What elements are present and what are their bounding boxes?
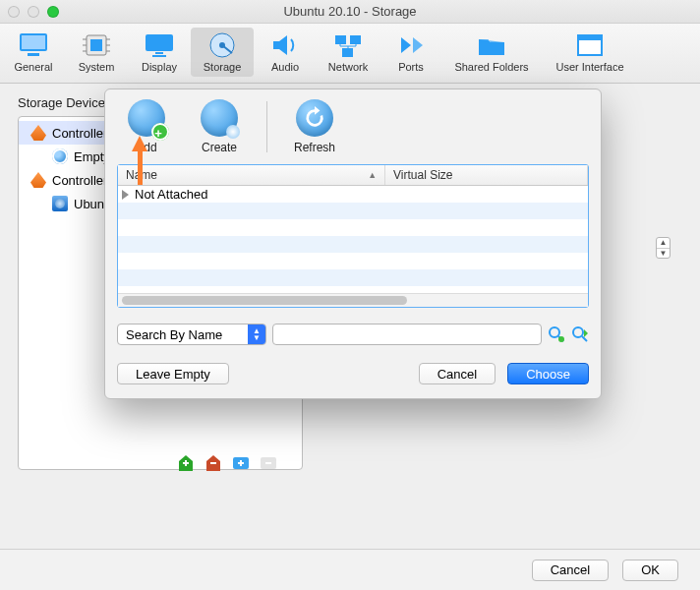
search-next-icon[interactable] — [571, 325, 589, 343]
svg-rect-17 — [350, 35, 361, 44]
stepper-up-icon[interactable]: ▲ — [657, 238, 670, 249]
column-label: Name — [126, 168, 157, 182]
tab-label: Network — [328, 61, 368, 73]
monitor-icon — [18, 31, 49, 59]
toolbar-separator — [266, 101, 267, 152]
network-icon — [332, 31, 364, 59]
create-disk-icon — [201, 99, 238, 137]
tab-user-interface[interactable]: User Interface — [541, 28, 639, 77]
display-icon — [144, 31, 175, 59]
dialog-cancel-button[interactable]: Cancel — [419, 363, 496, 384]
choose-button[interactable]: Choose — [507, 363, 589, 384]
controller-icon — [30, 125, 46, 141]
tab-display[interactable]: Display — [128, 28, 191, 77]
svg-rect-1 — [22, 35, 45, 49]
cancel-button[interactable]: Cancel — [532, 560, 609, 581]
list-body[interactable]: Not Attached — [118, 186, 588, 293]
add-disk-button[interactable]: Add — [117, 99, 176, 154]
search-input[interactable] — [272, 324, 542, 345]
tab-label: User Interface — [555, 61, 623, 73]
search-icon[interactable] — [548, 325, 565, 343]
group-label: Not Attached — [135, 187, 207, 202]
svg-rect-2 — [28, 53, 39, 56]
tab-ports[interactable]: Ports — [379, 28, 442, 77]
tab-label: Ports — [398, 61, 424, 73]
search-row: Search By Name ▲▼ — [117, 324, 589, 345]
refresh-button[interactable]: Refresh — [285, 99, 344, 154]
svg-rect-4 — [90, 39, 102, 51]
list-header: Name ▲ Virtual Size — [118, 165, 588, 186]
titlebar: Ubuntu 20.10 - Storage — [0, 0, 700, 24]
svg-rect-20 — [578, 35, 602, 40]
window-footer: Cancel OK — [0, 549, 700, 590]
svg-point-23 — [550, 327, 559, 337]
remove-attachment-icon[interactable] — [260, 454, 277, 472]
svg-line-27 — [582, 336, 587, 341]
column-header-name[interactable]: Name ▲ — [118, 165, 385, 185]
tab-general[interactable]: General — [2, 28, 65, 77]
ports-icon — [395, 31, 427, 59]
tab-label: Storage — [204, 61, 242, 73]
speaker-icon — [269, 31, 301, 59]
column-header-virtual-size[interactable]: Virtual Size — [385, 165, 588, 185]
window-title: Ubuntu 20.10 - Storage — [0, 4, 700, 19]
select-chevron-icon: ▲▼ — [248, 324, 265, 344]
optical-disc-icon — [52, 148, 68, 164]
disk-selector-dialog: Add Create Refresh Name ▲ Virtual Size — [104, 88, 602, 399]
svg-rect-12 — [155, 52, 163, 54]
tab-label: Audio — [271, 61, 299, 73]
svg-point-25 — [558, 336, 564, 342]
sort-ascending-icon: ▲ — [368, 170, 377, 180]
tab-label: Display — [142, 61, 177, 73]
harddisk-icon — [206, 31, 238, 59]
add-controller-icon[interactable] — [177, 454, 195, 472]
svg-rect-18 — [342, 48, 353, 57]
stepper-down-icon[interactable]: ▼ — [657, 249, 670, 259]
select-value: Search By Name — [126, 327, 222, 342]
tab-system[interactable]: System — [65, 28, 128, 77]
action-label: Add — [117, 141, 176, 154]
action-label: Create — [190, 141, 249, 154]
tab-storage[interactable]: Storage — [191, 28, 254, 77]
tab-shared-folders[interactable]: Shared Folders — [442, 28, 541, 77]
svg-rect-16 — [335, 35, 346, 44]
refresh-icon — [296, 99, 333, 137]
disclosure-triangle-icon[interactable] — [122, 190, 129, 200]
disk-list[interactable]: Name ▲ Virtual Size Not Attached — [117, 164, 589, 308]
add-attachment-icon[interactable] — [232, 454, 250, 472]
tab-label: Shared Folders — [454, 61, 528, 73]
scrollbar-thumb[interactable] — [122, 296, 407, 305]
leave-empty-button[interactable]: Leave Empty — [117, 363, 229, 384]
action-label: Refresh — [285, 141, 344, 154]
dialog-toolbar: Add Create Refresh — [117, 99, 589, 154]
add-disk-icon — [128, 99, 165, 137]
horizontal-scrollbar[interactable] — [118, 293, 588, 307]
column-label: Virtual Size — [393, 168, 452, 182]
settings-toolbar: General System Display Storage Audio Net… — [0, 24, 700, 84]
hdd-icon — [52, 196, 68, 211]
search-mode-select[interactable]: Search By Name ▲▼ — [117, 324, 266, 345]
chip-icon — [81, 31, 112, 59]
dialog-footer: Leave Empty Cancel Choose — [117, 363, 589, 384]
tab-network[interactable]: Network — [317, 28, 379, 77]
folder-icon — [476, 31, 507, 59]
ok-button[interactable]: OK — [622, 560, 678, 581]
svg-point-26 — [573, 327, 583, 337]
tab-label: General — [14, 61, 52, 73]
tab-audio[interactable]: Audio — [254, 28, 317, 77]
controller-icon — [30, 172, 46, 188]
remove-controller-icon[interactable] — [204, 454, 222, 472]
svg-rect-11 — [146, 34, 173, 51]
port-count-stepper[interactable]: ▲ ▼ — [656, 237, 671, 259]
window-icon — [574, 31, 606, 59]
group-not-attached[interactable]: Not Attached — [118, 186, 588, 203]
create-disk-button[interactable]: Create — [190, 99, 249, 154]
tab-label: System — [79, 61, 115, 73]
svg-rect-13 — [152, 55, 166, 57]
storage-tree-toolbar — [177, 454, 277, 472]
